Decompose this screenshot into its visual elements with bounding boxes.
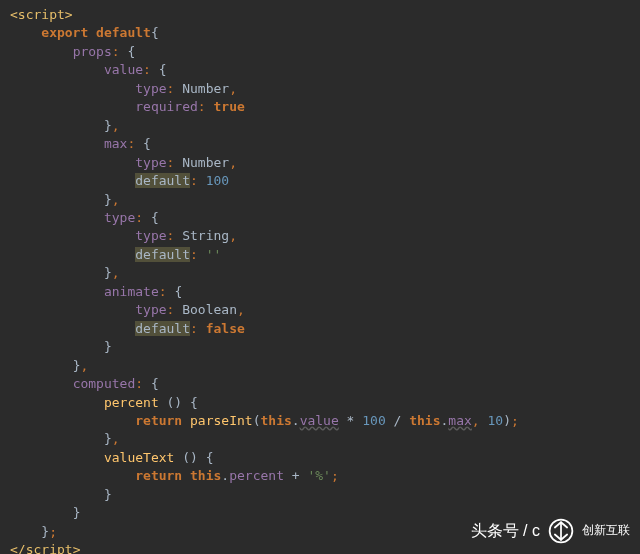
fn-valuetext: valueText xyxy=(104,450,174,465)
watermark-text: 头条号 / c xyxy=(471,520,540,543)
kw-export: export xyxy=(41,25,88,40)
kw-this: this xyxy=(260,413,291,428)
kw-return: return xyxy=(135,468,182,483)
val-true: true xyxy=(214,99,245,114)
brand-text: 创新互联 xyxy=(582,522,630,539)
kw-this: this xyxy=(409,413,440,428)
type-boolean: Boolean xyxy=(182,302,237,317)
key-type: type xyxy=(135,155,166,170)
kw-default: default xyxy=(96,25,151,40)
key-default: default xyxy=(135,247,190,262)
type-string: String xyxy=(182,228,229,243)
ref-max: max xyxy=(448,413,471,428)
fn-parseint: parseInt xyxy=(190,413,253,428)
ref-percent: percent xyxy=(229,468,284,483)
key-computed: computed xyxy=(73,376,136,391)
key-type: type xyxy=(135,228,166,243)
ref-value: value xyxy=(300,413,339,428)
fn-percent: percent xyxy=(104,395,159,410)
key-type: type xyxy=(135,302,166,317)
val-pct: '%' xyxy=(307,468,330,483)
val-10: 10 xyxy=(488,413,504,428)
val-100: 100 xyxy=(206,173,229,188)
val-false: false xyxy=(206,321,245,336)
key-type-prop: type xyxy=(104,210,135,225)
code-block: <script> export default{ props: { value:… xyxy=(10,6,630,554)
key-default: default xyxy=(135,173,190,188)
tag-close: </script> xyxy=(10,542,80,554)
val-100: 100 xyxy=(362,413,385,428)
type-number: Number xyxy=(182,155,229,170)
key-value: value xyxy=(104,62,143,77)
key-animate: animate xyxy=(104,284,159,299)
brand-logo-icon xyxy=(546,516,576,546)
kw-return: return xyxy=(135,413,182,428)
key-required: required xyxy=(135,99,198,114)
tag-open: <script> xyxy=(10,7,73,22)
key-type: type xyxy=(135,81,166,96)
kw-this: this xyxy=(190,468,221,483)
key-max: max xyxy=(104,136,127,151)
watermark: 头条号 / c 创新互联 xyxy=(471,516,630,546)
val-empty-string: '' xyxy=(206,247,222,262)
type-number: Number xyxy=(182,81,229,96)
key-default: default xyxy=(135,321,190,336)
key-props: props xyxy=(73,44,112,59)
